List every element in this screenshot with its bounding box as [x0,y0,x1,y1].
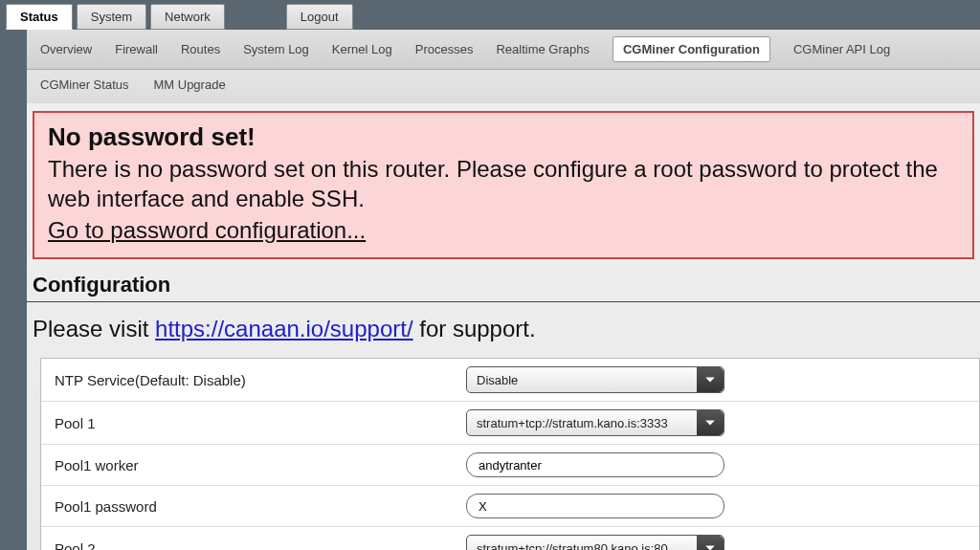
input-pool1-password[interactable] [466,494,724,518]
tab-logout[interactable]: Logout [286,4,353,30]
password-warning-alert: No password set! There is no password se… [33,111,974,259]
top-tab-bar: Status System Network Logout [0,0,980,30]
row-ntp: NTP Service(Default: Disable) Disable [41,359,979,402]
input-pool1-worker[interactable] [466,452,724,477]
tab-status[interactable]: Status [6,4,73,30]
support-suffix: for support. [413,316,536,341]
support-text: Please visit https://canaan.io/support/ … [27,302,980,358]
password-config-link[interactable]: Go to password configuration... [48,217,366,244]
page-title: Configuration [27,259,980,302]
alert-title: No password set! [48,122,959,152]
row-pool1-password: Pool1 password [41,486,979,527]
sub-tab-bar-2: CGMiner Status MM Upgrade [27,70,980,103]
tab-system[interactable]: System [77,4,146,30]
subtab-cgminer-status[interactable]: CGMiner Status [40,76,128,94]
label-pool1-worker: Pool1 worker [55,457,466,473]
subtab-overview[interactable]: Overview [40,40,92,58]
select-ntp[interactable]: Disable [466,366,724,393]
select-pool1[interactable]: stratum+tcp://stratum.kano.is:3333 [466,409,724,436]
subtab-systemlog[interactable]: System Log [243,40,309,58]
chevron-down-icon [697,367,724,392]
select-pool2[interactable]: stratum+tcp://stratum80.kano.is:80 [466,535,724,550]
row-pool1-worker: Pool1 worker [41,445,979,486]
config-form: NTP Service(Default: Disable) Disable Po… [40,358,980,550]
subtab-realtime[interactable]: Realtime Graphs [496,40,590,58]
main-container: Overview Firewall Routes System Log Kern… [27,30,980,550]
chevron-down-icon [697,410,724,435]
support-prefix: Please visit [33,316,155,341]
label-pool1-password: Pool1 password [55,498,466,515]
support-link[interactable]: https://canaan.io/support/ [155,316,413,341]
select-pool1-value: stratum+tcp://stratum.kano.is:3333 [477,416,668,430]
row-pool2: Pool 2 stratum+tcp://stratum80.kano.is:8… [41,527,979,550]
subtab-processes[interactable]: Processes [415,40,474,58]
tab-network[interactable]: Network [150,4,225,30]
label-pool1: Pool 1 [55,415,466,431]
sub-tab-bar: Overview Firewall Routes System Log Kern… [27,30,980,70]
label-pool2: Pool 2 [55,540,466,550]
subtab-firewall[interactable]: Firewall [115,40,158,58]
subtab-mm-upgrade[interactable]: MM Upgrade [153,76,225,94]
alert-body: There is no password set on this router.… [48,154,959,213]
select-pool2-value: stratum+tcp://stratum80.kano.is:80 [477,541,668,550]
subtab-routes[interactable]: Routes [181,40,220,58]
subtab-cgminer-config[interactable]: CGMiner Configuration [612,36,770,62]
chevron-down-icon [697,536,724,550]
label-ntp: NTP Service(Default: Disable) [55,372,466,388]
subtab-cgminer-apilog[interactable]: CGMiner API Log [793,40,890,58]
select-ntp-value: Disable [477,373,518,387]
subtab-kernellog[interactable]: Kernel Log [332,40,392,58]
row-pool1: Pool 1 stratum+tcp://stratum.kano.is:333… [41,402,979,445]
